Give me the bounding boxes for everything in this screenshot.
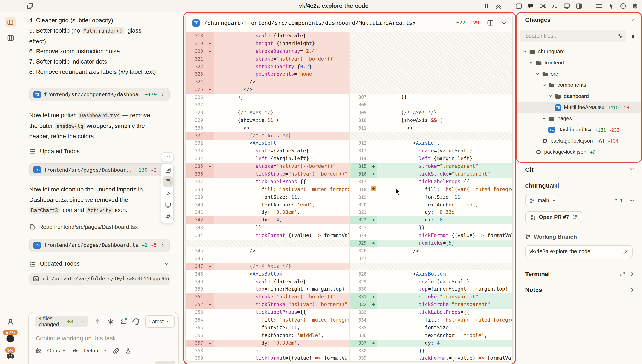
github-link[interactable]: ★22k (3, 330, 18, 343)
open-pr-button[interactable]: Open PR #7 (525, 211, 582, 223)
mode-select[interactable]: Default (84, 348, 107, 354)
notes-section-header[interactable]: Notes (515, 282, 642, 298)
chevron-down-icon (629, 17, 635, 23)
terminal-command-chip[interactable]: cd /private/var/folders/10/h7w0q46556ggr… (29, 273, 170, 284)
sliders-icon[interactable] (35, 347, 42, 354)
panel-right-icon[interactable] (575, 2, 582, 9)
pause-icon[interactable] (483, 2, 490, 9)
monitor-icon[interactable] (563, 2, 570, 9)
files-changed-button[interactable]: 4 files changed +3... (35, 316, 89, 327)
file-change-chip-dashboard-components[interactable]: TS frontend/src/components/dashboa... +4… (29, 88, 170, 101)
chevron-right-icon[interactable] (629, 271, 635, 277)
expand-icon[interactable] (620, 271, 625, 277)
diff-row: 337 tickLabelProps={{317 tickLabelProps=… (186, 178, 512, 186)
arrow-up-icon[interactable] (95, 318, 101, 325)
tree-folder-src[interactable]: src (515, 68, 642, 80)
pencil-icon[interactable] (623, 249, 628, 254)
tree-folder-frontend[interactable]: frontend (515, 57, 642, 68)
active-workspace-button[interactable] (5, 17, 16, 28)
edit-message-button[interactable] (163, 165, 173, 175)
updated-todos-row[interactable]: Updated Todos (29, 148, 170, 154)
caret-down-icon (80, 319, 85, 324)
tree-folder-components[interactable]: components (515, 80, 642, 90)
commits-ahead[interactable]: 1 (614, 198, 623, 204)
flask-icon[interactable] (125, 348, 131, 354)
add-comment-button[interactable]: + (371, 186, 376, 192)
tree-file-Dashboard.tsx[interactable]: TSDashboard.tsx+131-233 (515, 124, 642, 135)
discord-link[interactable]: 346 (5, 347, 16, 360)
todo-list-icon[interactable] (120, 318, 127, 325)
chevron-down-icon[interactable] (501, 20, 507, 26)
help-icon[interactable]: ? (620, 2, 626, 9)
collapse-all-icon[interactable] (617, 33, 623, 39)
play-button[interactable] (163, 188, 173, 198)
version-select[interactable]: Latest (145, 316, 175, 328)
branch-select[interactable]: main (525, 195, 560, 206)
git-section-header[interactable]: Git (515, 164, 642, 175)
chevron-right-icon[interactable] (629, 287, 635, 292)
panel-left-icon[interactable] (515, 2, 522, 9)
tree-file-package-lock.json[interactable]: package-lock.json+6 (515, 146, 642, 158)
copy-button[interactable] (163, 176, 173, 187)
git-branch-icon (529, 198, 535, 203)
composer: 4 files changed +3... Latest (28, 312, 179, 364)
chevron-down-icon[interactable] (164, 261, 170, 267)
model-select[interactable]: Opus (47, 348, 66, 354)
diff-row: 340 textAnchor: 'end',320 textAnchor: 'e… (186, 201, 512, 209)
diff-row: 358 }}338 }} (186, 347, 512, 355)
file-change-chip-dashboard-page-2[interactable]: TS frontend/src/pages/Dashboard.tsx +1 -… (29, 238, 170, 252)
more-options-icon[interactable] (629, 197, 635, 204)
settings-gear-icon[interactable] (632, 2, 638, 9)
split-view-icon[interactable] (487, 19, 494, 26)
tree-folder-churnguard[interactable]: churnguard (515, 46, 642, 57)
profile-icon[interactable] (7, 318, 14, 325)
pointer-icon[interactable] (608, 2, 614, 9)
sparkle-icon[interactable] (107, 318, 114, 325)
ts-file-icon: TS (548, 126, 555, 133)
tree-folder-dashboard[interactable]: dashboard (515, 90, 642, 102)
terminal-section-header[interactable]: Terminal (515, 266, 642, 282)
paperclip-icon[interactable] (113, 347, 119, 354)
tree-file-package-lock.json[interactable]: package-lock.json+61-104 (515, 135, 642, 146)
shuffle-icon[interactable] (539, 2, 546, 9)
read-file-row[interactable]: Read frontend/src/pages/Dashboard.tsx (29, 224, 170, 230)
menu-icon[interactable] (596, 2, 602, 9)
working-branch-input[interactable]: vk/4e2a-explore-the-code (525, 245, 632, 258)
chat-bubble-icon[interactable] (527, 2, 534, 9)
diff-row: 325- </> (186, 86, 512, 94)
more-actions-button[interactable] (161, 152, 174, 162)
file-search[interactable] (520, 30, 626, 42)
monitor-button[interactable] (163, 200, 173, 210)
fast-forward-icon[interactable] (72, 347, 78, 354)
git-compare-button[interactable] (163, 211, 173, 222)
deletions-count: -233 (609, 127, 619, 132)
git-title: Git (525, 166, 533, 173)
caret-down-icon (552, 198, 556, 202)
folder-icon (535, 60, 542, 66)
diff-row: 359 tickFormat={(value) => formatValue(v… (186, 355, 512, 362)
diff-row: 344 tickFormat={(value) => formatValue(v… (186, 232, 512, 240)
stacked-panels-icon[interactable] (27, 2, 34, 9)
tree-file-MultiLineArea.tsx[interactable]: TSMultiLineArea.tsx+110-16 (515, 102, 642, 113)
github-stars-badge: ★22k (3, 330, 18, 335)
file-change-chip-dashboard-page[interactable]: TS frontend/src/pages/Dashboar... +130 -… (29, 163, 170, 176)
diff-body: 318- scale={dateScale}319- height={inner… (186, 32, 512, 362)
diff-header: TS /churnguard/frontend/src/components/d… (186, 14, 512, 32)
message-input[interactable] (35, 334, 170, 342)
collapse-up-icon[interactable] (495, 2, 502, 9)
diff-row: 322- strokeOpacity={0.2} (186, 63, 512, 70)
diff-row: 341 dy: '0.33em',321 dy: '0.33em', (186, 209, 512, 216)
caret-down-icon (103, 348, 107, 353)
send-button[interactable]: Send (155, 360, 175, 364)
git-branch-icon (525, 234, 531, 240)
diff-row: 330 <>311 <> (186, 124, 512, 132)
changes-section-header[interactable]: Changes (515, 14, 642, 25)
tree-folder-pages[interactable]: pages (515, 113, 642, 124)
files-changed-stats: +3... (67, 318, 78, 324)
terminal-icon[interactable] (551, 2, 558, 9)
package-lock-icon (542, 138, 548, 144)
kanban-board-icon[interactable] (5, 32, 16, 43)
bird-icon[interactable] (626, 32, 637, 40)
search-input[interactable] (524, 32, 617, 40)
updated-todos-row-2[interactable]: Updated Todos (29, 260, 170, 267)
